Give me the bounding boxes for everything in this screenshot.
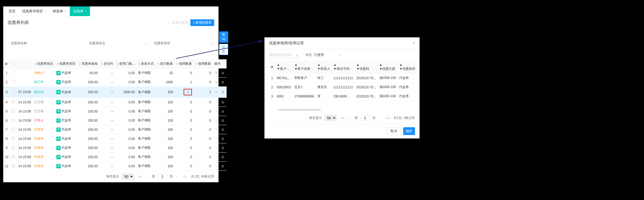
add-coupon-button[interactable]: + 新增优惠券 <box>190 19 214 26</box>
type-column[interactable]: ▲▼优惠券类型 <box>55 59 77 68</box>
claim-qty-cell[interactable]: 0 <box>174 125 194 134</box>
modal-close-button[interactable]: × <box>413 41 415 46</box>
qrcode-icon[interactable]: ⊞ <box>221 109 225 114</box>
row-checkbox[interactable] <box>10 68 17 78</box>
table-row[interactable]: 2 00010001 北京1 唐先生 11111111111 2019120 7… <box>269 83 417 92</box>
claim-qty-cell[interactable]: 0 <box>174 68 194 78</box>
per-page-select[interactable]: 50 <box>122 173 134 180</box>
state-select[interactable]: 已使用⌄ <box>314 53 341 57</box>
close-icon[interactable]: × <box>85 10 87 13</box>
search-input[interactable] <box>269 52 296 58</box>
prev-page-button[interactable]: ‹ <box>349 116 352 120</box>
phone-column[interactable]: ▲▼电话号码 <box>332 61 355 74</box>
table-row[interactable]: 3 07 23:59 执行中 代代金券 200.00 -- 1000.00 客户… <box>3 87 227 98</box>
table-row[interactable]: 10 14 23:59 待发布 代代金券 150.00 -- 0.00 客户领取… <box>3 152 227 162</box>
page-input[interactable] <box>361 115 370 121</box>
qrcode-icon[interactable]: ⊞ <box>221 80 225 84</box>
qrcode-icon[interactable]: ⊞ <box>221 128 225 132</box>
table-row[interactable]: 11 14 23:59 待发布 代代金券 150.00 -- 0.00 客户领取… <box>3 162 227 171</box>
claim-qty-cell[interactable]: 1 <box>174 78 194 87</box>
claim-qty-cell[interactable]: 0 <box>174 152 194 162</box>
code-column[interactable]: ▲▼优惠码 <box>355 61 377 74</box>
contact-column[interactable]: ▲▼联系人 <box>316 61 332 74</box>
row-checkbox[interactable] <box>10 107 17 116</box>
table-row[interactable]: 5 14 23:59 已过期 代代金券 150.00 -- 0.00 客户领取 … <box>3 107 227 116</box>
row-checkbox[interactable] <box>10 152 17 162</box>
next-page-button[interactable]: › <box>378 116 381 120</box>
cancel-button[interactable]: 取消 <box>387 127 401 135</box>
last-page-button[interactable]: ⋙ <box>181 175 188 179</box>
row-checkbox[interactable] <box>10 134 17 143</box>
qrcode-icon[interactable]: ⊞ <box>221 164 225 168</box>
gear-column[interactable]: ⚙ <box>269 61 275 74</box>
discount-column[interactable]: ▲▼折扣% <box>99 59 115 68</box>
qrcode-icon[interactable]: ⊞ <box>221 100 225 104</box>
last-page-button[interactable]: ⋙ <box>384 116 391 120</box>
row-checkbox[interactable] <box>10 125 17 134</box>
use-qty-column[interactable]: ▲▼使用数量 <box>194 59 213 68</box>
qrcode-icon[interactable]: ⊞ <box>221 155 225 159</box>
table-row[interactable]: 7 14 23:59 待发布 代代金券 150.00 -- 0.00 客户领取 … <box>3 125 227 134</box>
qrcode-icon[interactable]: ⊞ <box>221 137 225 141</box>
row-checkbox[interactable] <box>10 162 17 171</box>
first-page-button[interactable]: ⋘ <box>339 116 346 120</box>
row-checkbox[interactable] <box>10 116 17 125</box>
status-column[interactable]: ▲▼优惠券状态 <box>32 59 55 68</box>
settings-button[interactable]: 设置 <box>219 44 228 55</box>
confirm-button[interactable]: 确定 <box>403 127 415 135</box>
subject-column[interactable]: ▲▼优惠主题 <box>378 61 398 74</box>
coupon-name-input[interactable] <box>29 40 83 47</box>
claim-qty-cell[interactable]: 0 <box>174 162 194 171</box>
claim-qty-column[interactable]: ▲▼领用数量 <box>174 59 194 68</box>
table-row[interactable]: 2 执行中 代代金券 100.00 -- 0.00 客户领取 1000 1 0 … <box>3 78 227 87</box>
qrcode-icon[interactable]: ⊞ <box>221 146 225 150</box>
per-page-select[interactable]: 50 <box>325 115 337 121</box>
type-select[interactable]: ⌄ <box>172 40 213 47</box>
customer-code-column[interactable]: ▲▼客户... <box>275 61 293 74</box>
table-row[interactable]: 1 待执行 代代金券 50.00 -- 0.00 客户领取 10 0 0 ✎ ⊞ <box>3 68 227 78</box>
search-icon[interactable]: ⌕ <box>296 53 298 57</box>
claim-qty-cell[interactable]: 0 <box>174 98 194 107</box>
claim-qty-cell[interactable]: 3 <box>174 87 194 98</box>
row-checkbox[interactable] <box>10 98 17 107</box>
claim-qty-cell[interactable]: 0 <box>174 107 194 116</box>
prev-page-button[interactable]: ‹ <box>146 175 149 179</box>
edit-icon[interactable]: ✎ <box>214 90 219 94</box>
customer-name-column[interactable]: ▲▼客户名称 <box>293 61 315 74</box>
time-column[interactable] <box>17 59 32 68</box>
issue-qty-column[interactable]: ▲▼发行数量 <box>155 59 174 68</box>
query-button[interactable]: 查询 <box>219 31 228 43</box>
row-checkbox[interactable] <box>10 143 17 152</box>
tab-coupon-detail[interactable]: 优惠券详情页× <box>19 6 49 16</box>
close-icon[interactable]: × <box>65 10 66 13</box>
tab-home[interactable]: 首页 <box>5 6 19 16</box>
gear-column[interactable]: ⚙ <box>3 59 10 68</box>
method-column[interactable]: ▲▼发放方式 <box>136 59 155 68</box>
row-checkbox[interactable] <box>10 78 17 87</box>
table-row[interactable]: 8 14 23:59 待发布 代代金券 150.00 -- 0.00 客户领取 … <box>3 134 227 143</box>
edit-icon[interactable]: ✎ <box>214 71 219 75</box>
table-row[interactable]: 9 14 23:59 待发布 代代金券 150.00 -- 0.00 客户领取 … <box>3 143 227 152</box>
row-checkbox[interactable] <box>10 87 17 98</box>
claim-count-link[interactable]: 3 <box>184 89 192 95</box>
status-select[interactable]: ⌄ <box>107 40 148 47</box>
table-row[interactable]: 4 14 23:59 已过期 代代金券 150.00 -- 0.00 客户领取 … <box>3 98 227 107</box>
claim-qty-cell[interactable]: 0 <box>174 134 194 143</box>
table-row[interactable]: 6 14 23:59 已终止 代代金券 150.00 -- 0.00 客户领取 … <box>3 116 227 125</box>
claim-qty-cell[interactable]: 0 <box>174 143 194 152</box>
coupon-type-column[interactable]: ▲▼优惠券类 <box>398 61 417 74</box>
qrcode-icon[interactable]: ⊞ <box>221 71 225 75</box>
qrcode-icon[interactable]: ⊞ <box>221 90 225 94</box>
next-page-button[interactable]: › <box>176 175 179 179</box>
close-icon[interactable]: × <box>45 10 46 13</box>
page-input[interactable] <box>158 174 167 179</box>
qrcode-icon[interactable]: ⊞ <box>221 118 225 123</box>
tab-sales[interactable]: 销货单× <box>49 6 70 16</box>
face-value-column[interactable]: ▲▼优惠券面值 <box>77 59 99 68</box>
first-page-button[interactable]: ⋘ <box>137 175 143 179</box>
table-row[interactable]: 1 RETAIL... 零散客户 张三 11111111111 2019120 … <box>269 74 417 83</box>
table-row[interactable]: 3 0001 17666666666 张 156 6666 ... 201912… <box>269 92 417 101</box>
check-all-column[interactable] <box>10 59 17 68</box>
claim-qty-cell[interactable]: 0 <box>174 116 194 125</box>
threshold-column[interactable]: ▲▼使用门槛... <box>115 59 136 68</box>
